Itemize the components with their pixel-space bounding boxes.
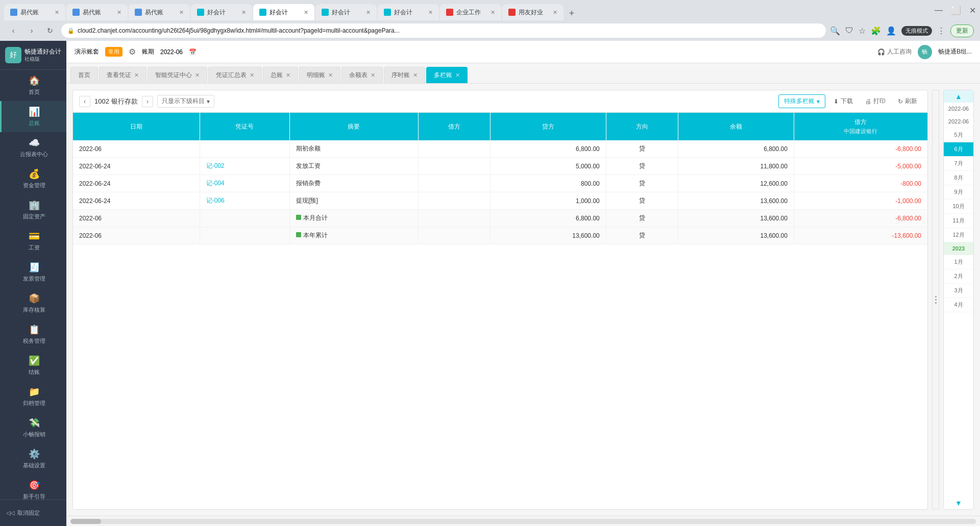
page-tab-voucher-close[interactable]: ✕ xyxy=(134,72,139,79)
page-tab-sequence[interactable]: 序时账 ✕ xyxy=(384,67,425,83)
browser-tab-1[interactable]: 易代账 ✕ xyxy=(4,4,65,20)
sidebar-item-tax[interactable]: 📋 税务管理 xyxy=(0,319,66,350)
page-tab-balance-close[interactable]: ✕ xyxy=(371,72,375,79)
special-multi-col-button[interactable]: 特殊多栏账 ▾ xyxy=(778,94,825,108)
date-nav-12yue[interactable]: 12月 xyxy=(944,228,973,242)
date-nav-10yue[interactable]: 10月 xyxy=(944,199,973,214)
sidebar-item-home[interactable]: 🏠 首页 xyxy=(0,70,66,101)
tab-close-7[interactable]: ✕ xyxy=(428,9,433,16)
demo-badge[interactable]: 常用 xyxy=(105,47,122,57)
page-tab-smart-voucher[interactable]: 智能凭证中心 ✕ xyxy=(148,67,207,83)
sidebar-item-inventory[interactable]: 📦 库存核算 xyxy=(0,288,66,319)
table-cell[interactable]: 记-002 xyxy=(200,158,289,175)
print-button[interactable]: 🖨 打印 xyxy=(861,95,890,108)
page-tab-summary[interactable]: 凭证汇总表 ✕ xyxy=(208,67,262,83)
service-button[interactable]: 🎧 人工咨询 xyxy=(877,47,912,56)
date-nav-2yue[interactable]: 2月 xyxy=(944,269,973,284)
tab-close-1[interactable]: ✕ xyxy=(55,9,59,16)
table-cell[interactable] xyxy=(200,227,289,244)
panel-collapse-button[interactable] xyxy=(932,90,939,510)
date-nav-8yue[interactable]: 8月 xyxy=(944,171,973,185)
page-tab-voucher[interactable]: 查看凭证 ✕ xyxy=(99,67,146,83)
sidebar-item-assets[interactable]: 🏢 固定资产 xyxy=(0,194,66,226)
tab-close-6[interactable]: ✕ xyxy=(366,9,371,16)
calendar-icon[interactable]: 📅 xyxy=(189,48,197,56)
close-window-button[interactable]: ✕ xyxy=(969,6,976,15)
page-tab-general[interactable]: 总账 ✕ xyxy=(263,67,298,83)
date-nav-down-button[interactable]: ▼ xyxy=(944,497,973,509)
menu-icon[interactable]: ⋮ xyxy=(937,26,945,36)
horizontal-scrollbar-thumb[interactable] xyxy=(70,519,101,524)
sidebar-item-ledger[interactable]: 📊 总账 xyxy=(0,101,66,132)
page-tab-balance[interactable]: 余额表 ✕ xyxy=(341,67,383,83)
table-cell[interactable] xyxy=(200,140,289,158)
incognito-button[interactable]: 无痕模式 xyxy=(901,26,932,36)
browser-tab-5[interactable]: 好会计 ✕ xyxy=(253,4,314,20)
date-nav-11yue[interactable]: 11月 xyxy=(944,214,973,228)
date-nav-2022-06-item1[interactable]: 2022-06 xyxy=(944,103,973,115)
page-tab-detail-close[interactable]: ✕ xyxy=(328,72,333,79)
date-nav-6yue[interactable]: 6月 xyxy=(944,142,973,157)
tab-close-8[interactable]: ✕ xyxy=(491,9,495,16)
browser-tab-7[interactable]: 好会计 ✕ xyxy=(378,4,439,20)
browser-tab-9[interactable]: 用友好业 ✕ xyxy=(502,4,564,20)
update-button[interactable]: 更新 xyxy=(950,24,974,37)
table-cell[interactable]: 记-006 xyxy=(200,192,289,210)
date-nav-1yue[interactable]: 1月 xyxy=(944,255,973,269)
page-tab-general-close[interactable]: ✕ xyxy=(286,72,290,79)
sidebar-item-expense[interactable]: 💸 小畅报销 xyxy=(0,412,66,443)
refresh-button[interactable]: ↻ 刷新 xyxy=(894,95,921,108)
unpin-button[interactable]: ◁◁ 取消固定 xyxy=(3,505,63,521)
prev-account-button[interactable]: ‹ xyxy=(79,96,90,107)
sidebar-item-invoice[interactable]: 🧾 发票管理 xyxy=(0,257,66,288)
date-nav-9yue[interactable]: 9月 xyxy=(944,185,973,199)
date-nav-3yue[interactable]: 3月 xyxy=(944,284,973,298)
profile-icon[interactable]: 👤 xyxy=(886,26,896,36)
browser-tab-3[interactable]: 易代账 ✕ xyxy=(129,4,190,20)
refresh-button[interactable]: ↻ xyxy=(43,23,57,38)
browser-tab-2[interactable]: 易代账 ✕ xyxy=(66,4,128,20)
address-field[interactable]: 🔒 cloud2.chanjet.com/accounting/uh26t264… xyxy=(61,23,826,38)
minimize-button[interactable]: — xyxy=(935,6,943,15)
table-cell[interactable]: 记-004 xyxy=(200,175,289,192)
page-tab-detail[interactable]: 明细账 ✕ xyxy=(299,67,340,83)
date-nav-2022-06-item2[interactable]: 2022-06 xyxy=(944,115,973,128)
horizontal-scrollbar-track[interactable] xyxy=(70,519,976,524)
sidebar-item-guide[interactable]: 🎯 新手引导 xyxy=(0,474,66,499)
bottom-scrollbar[interactable] xyxy=(66,516,980,526)
date-nav-up-button[interactable]: ▲ xyxy=(944,90,973,103)
date-nav-4yue[interactable]: 4月 xyxy=(944,298,973,312)
sidebar-item-close[interactable]: ✅ 结账 xyxy=(0,350,66,381)
back-button[interactable]: ‹ xyxy=(6,23,20,38)
subject-filter-dropdown[interactable]: 只显示下级科目 ▾ xyxy=(157,95,214,108)
forward-button[interactable]: › xyxy=(24,23,39,38)
tab-close-3[interactable]: ✕ xyxy=(179,9,184,16)
page-tab-seq-close[interactable]: ✕ xyxy=(413,72,418,79)
date-nav-5yue[interactable]: 5月 xyxy=(944,128,973,142)
tab-close-4[interactable]: ✕ xyxy=(241,9,246,16)
sidebar-item-archive[interactable]: 📁 归档管理 xyxy=(0,381,66,412)
page-tab-smart-close[interactable]: ✕ xyxy=(195,72,200,79)
sidebar-item-reports[interactable]: ☁️ 云报表中心 xyxy=(0,132,66,163)
star-icon[interactable]: ☆ xyxy=(859,26,866,36)
page-tab-multi-col[interactable]: 多栏账 ✕ xyxy=(426,67,468,83)
tab-close-2[interactable]: ✕ xyxy=(117,9,121,16)
sidebar-item-funds[interactable]: 💰 资金管理 xyxy=(0,163,66,194)
tab-close-9[interactable]: ✕ xyxy=(553,9,557,16)
download-button[interactable]: ⬇ 下载 xyxy=(829,95,857,108)
sidebar-item-salary[interactable]: 💳 工资 xyxy=(0,226,66,257)
table-cell[interactable] xyxy=(200,210,289,227)
extension-icon[interactable]: 🧩 xyxy=(871,26,881,36)
page-tab-multi-close[interactable]: ✕ xyxy=(455,72,460,79)
browser-tab-8[interactable]: 企业工作 ✕ xyxy=(440,4,501,20)
shield-icon[interactable]: 🛡 xyxy=(845,26,853,35)
new-tab-button[interactable]: + xyxy=(565,6,579,20)
sidebar-item-settings[interactable]: ⚙️ 基础设置 xyxy=(0,443,66,474)
account-selector[interactable]: 1002 银行存款 xyxy=(94,97,138,106)
maximize-button[interactable]: ⬜ xyxy=(951,6,961,15)
browser-tab-4[interactable]: 好会计 ✕ xyxy=(191,4,252,20)
date-nav-7yue[interactable]: 7月 xyxy=(944,157,973,171)
tab-close-5[interactable]: ✕ xyxy=(304,9,308,16)
browser-tab-6[interactable]: 好会计 ✕ xyxy=(315,4,377,20)
search-icon[interactable]: 🔍 xyxy=(830,26,840,36)
